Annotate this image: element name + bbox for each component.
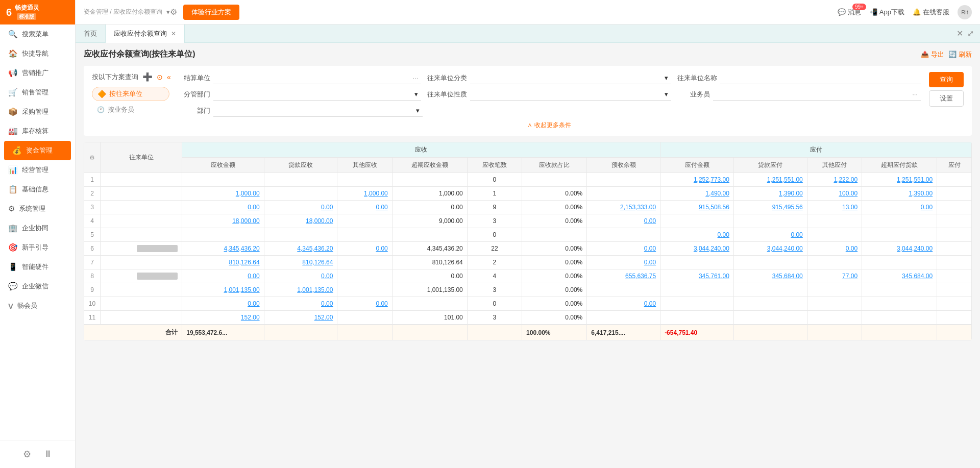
- th-yskzb: 应收款占比: [522, 158, 587, 173]
- app-logo: 6 畅捷通灵 标准版: [0, 0, 75, 24]
- sidebar-item-sales[interactable]: 🛒 销售管理: [0, 83, 75, 102]
- app-name: 畅捷通灵: [15, 4, 39, 11]
- edit-scheme-btn[interactable]: ⊙: [157, 73, 163, 81]
- sidebar: 6 畅捷通灵 标准版 🔍 搜索菜单 🏠 快捷导航 📢 营销推广 🛒 销售管理 📦…: [0, 0, 76, 468]
- footer-yfje[interactable]: -654,751.40: [660, 325, 734, 340]
- sidebar-item-hardware[interactable]: 📱 智能硬件: [0, 257, 75, 277]
- tab-bar: 首页 应收应付余额查询 ✕ ✕ ⤢: [76, 24, 980, 43]
- filter-label-fgbm: 分管部门: [178, 90, 210, 99]
- footer-ysye[interactable]: 6,417,215....: [587, 325, 660, 340]
- th-ysbis: 应收笔数: [467, 158, 522, 173]
- table-settings-icon[interactable]: ⚙: [89, 154, 95, 161]
- filter-staff-icon: 🕐: [97, 106, 105, 113]
- export-btn[interactable]: 📤 导出: [921, 50, 944, 59]
- search-icon: 🔍: [8, 30, 18, 39]
- filter-label-lwdwfl: 往来单位分类: [427, 73, 467, 83]
- header-right: 💬 消息 99+ 📲 App下载 🔔 在线客服 Rit: [838, 5, 972, 19]
- filter-by-unit[interactable]: 🔶 按往来单位: [92, 87, 169, 101]
- filter-toggle-label: 按以下方案查询: [92, 72, 138, 82]
- breadcrumb-dropdown-icon[interactable]: ▾: [166, 8, 170, 16]
- table-row: 7810,126.64810,126.64810,126.6420.00%0.0…: [84, 256, 972, 269]
- sidebar-collapse-btn[interactable]: ⏸: [43, 449, 53, 460]
- sidebar-item-system[interactable]: ⚙ 系统管理: [0, 199, 75, 218]
- tab-close-btn[interactable]: ✕: [171, 24, 176, 43]
- refresh-btn[interactable]: 🔄 刷新: [948, 50, 972, 59]
- sidebar-item-wechat[interactable]: 💬 企业微信: [0, 277, 75, 296]
- footer-ysje[interactable]: 19,553,472.6...: [182, 325, 264, 340]
- sidebar-bottom: ⚙ ⏸: [0, 440, 75, 468]
- online-service-btn[interactable]: 🔔 在线客服: [913, 8, 949, 17]
- trial-btn[interactable]: 体验行业方案: [183, 5, 239, 20]
- filter-cell-ywy: 业务员 ···: [677, 88, 921, 101]
- app-download-label: App下载: [879, 8, 904, 17]
- query-btn[interactable]: 查询: [929, 72, 964, 87]
- sidebar-settings-btn[interactable]: ⚙: [23, 449, 31, 460]
- table-row: 100.000.000.0000.00%0.00: [84, 297, 972, 311]
- export-icon: 📤: [921, 51, 929, 58]
- filter-row-3: 部门 ▾: [178, 105, 921, 117]
- more-scheme-btn[interactable]: «: [167, 73, 171, 81]
- add-scheme-btn[interactable]: ➕: [142, 72, 153, 82]
- filter-by-staff[interactable]: 🕐 按业务员: [92, 103, 169, 116]
- th-dkyf: 贷款应付: [733, 158, 807, 173]
- page-actions: 📤 导出 🔄 刷新: [921, 50, 972, 59]
- app-download-btn[interactable]: 📲 App下载: [869, 8, 904, 17]
- online-service-label: 在线客服: [923, 8, 949, 17]
- message-badge: 99+: [852, 4, 866, 10]
- sidebar-item-purchase[interactable]: 📦 采购管理: [0, 102, 75, 121]
- bm-dropdown-icon: ▾: [416, 107, 420, 114]
- main-area: 首页 应收应付余额查询 ✕ ✕ ⤢ 应收应付余额查询(按往来单位) 📤 导出 🔄…: [76, 24, 980, 468]
- set-btn[interactable]: 设置: [929, 90, 964, 107]
- filter-label-lwdwxz: 往来单位性质: [427, 90, 467, 99]
- page-content: 应收应付余额查询(按往来单位) 📤 导出 🔄 刷新 按以下方案查询: [76, 43, 980, 468]
- lwdwmc-input[interactable]: [720, 72, 921, 84]
- table-row: 21,000.001,000.001,000.0010.00%1,490.001…: [84, 187, 972, 201]
- tab-araq[interactable]: 应收应付余额查询 ✕: [106, 24, 185, 43]
- message-btn[interactable]: 💬 消息 99+: [838, 8, 861, 17]
- tab-araq-label: 应收应付余额查询: [114, 24, 167, 43]
- collapse-icon: ∧: [527, 121, 532, 129]
- th-yfje: 应付金额: [660, 158, 734, 173]
- footer-yf: [937, 325, 972, 340]
- tab-expand-action[interactable]: ⤢: [967, 29, 974, 38]
- marketing-icon: 📢: [8, 68, 18, 78]
- sidebar-item-finance[interactable]: 💰 资金管理: [4, 141, 71, 160]
- sidebar-item-inventory[interactable]: 🏭 库存核算: [0, 121, 75, 141]
- sidebar-item-quicknav[interactable]: 🏠 快捷导航: [0, 44, 75, 63]
- th-yingfu-group: 应付: [660, 142, 972, 158]
- inventory-icon: 🏭: [8, 127, 18, 136]
- version-badge: 标准版: [17, 13, 36, 20]
- table-row: 101,252,773.001,251,551.001,222.001,251,…: [84, 173, 972, 187]
- th-yingshou-group: 应收: [182, 142, 660, 158]
- tab-close-action[interactable]: ✕: [957, 29, 963, 38]
- sidebar-item-search[interactable]: 🔍 搜索菜单: [0, 24, 75, 44]
- th-qtyf: 其他应付: [807, 158, 862, 173]
- breadcrumb: 资金管理 / 应收应付余额查询: [84, 8, 162, 16]
- tab-home[interactable]: 首页: [76, 24, 106, 43]
- jsdw-input-dots[interactable]: ···: [412, 74, 418, 82]
- sidebar-item-guide[interactable]: 🎯 新手引导: [0, 238, 75, 257]
- sidebar-item-member[interactable]: V 畅会员: [0, 296, 75, 315]
- top-header: 资金管理 / 应收应付余额查询 ▾ ⚙ 体验行业方案 💬 消息 99+ 📲 Ap…: [76, 0, 980, 24]
- th-qtys: 其他应收: [337, 158, 392, 173]
- sidebar-item-marketing[interactable]: 📢 营销推广: [0, 63, 75, 83]
- collapse-btn[interactable]: ∧ 收起更多条件: [178, 121, 921, 130]
- ywy-input-dots[interactable]: ···: [912, 90, 918, 98]
- sidebar-item-enterprise[interactable]: 🏢 企业协同: [0, 218, 75, 238]
- sidebar-item-basic[interactable]: 📋 基础信息: [0, 180, 75, 199]
- filter-area: 按以下方案查询 ➕ ⊙ « 🔶 按往来单位 🕐 按业务员: [84, 66, 972, 136]
- footer-cqyfhk: [862, 325, 937, 340]
- operation-icon: 📊: [8, 165, 18, 175]
- header-gear-btn[interactable]: ⚙: [170, 7, 177, 17]
- th-settings[interactable]: ⚙: [84, 142, 101, 173]
- message-icon: 💬: [838, 8, 846, 16]
- hardware-icon: 📱: [8, 262, 18, 272]
- filter-unit-icon: 🔶: [97, 90, 106, 98]
- sidebar-item-operation[interactable]: 📊 经营管理: [0, 160, 75, 180]
- basic-icon: 📋: [8, 185, 18, 194]
- footer-qtys: [337, 325, 392, 340]
- purchase-icon: 📦: [8, 107, 18, 116]
- download-icon: 📲: [869, 8, 877, 16]
- enterprise-icon: 🏢: [8, 224, 18, 233]
- user-menu[interactable]: Rit: [958, 5, 972, 19]
